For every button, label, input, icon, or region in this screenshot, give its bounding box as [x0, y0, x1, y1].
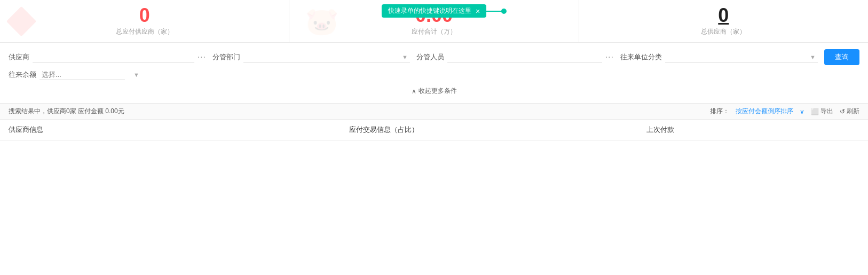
dept-input[interactable]	[243, 52, 402, 62]
stat-payable-total: 🐷 0.00 应付合计（万） 快速录单的快捷键说明在这里 ×	[289, 0, 579, 42]
table-header: 供应商信息 应付交易信息（占比） 上次付款	[0, 120, 868, 140]
balance-input[interactable]	[40, 69, 133, 80]
balance-select-wrapper: ▼	[40, 69, 125, 80]
filter-person: 分管人员 ···	[416, 52, 614, 62]
stat-ap-suppliers-label: 总应付供应商（家）	[116, 27, 173, 36]
diamond-bg-icon	[6, 6, 37, 36]
tooltip-close-button[interactable]: ×	[476, 7, 480, 15]
export-icon: ⬜	[811, 108, 819, 115]
refresh-button[interactable]: ↺ 刷新	[840, 107, 859, 116]
person-label: 分管人员	[416, 52, 444, 62]
results-actions: 排序： 按应付会额倒序排序 ∨ ⬜ 导出 ↺ 刷新	[710, 107, 859, 116]
refresh-icon: ↺	[840, 108, 845, 115]
query-button[interactable]: 查询	[824, 49, 859, 65]
refresh-label: 刷新	[847, 107, 859, 116]
unit-class-select-wrapper: ▼	[665, 52, 818, 62]
sort-arrow-icon[interactable]: ∨	[800, 108, 804, 115]
sort-label: 排序：	[710, 107, 729, 116]
filter-unit-class: 往来单位分类 ▼	[620, 52, 818, 62]
stat-total-suppliers: 0 总供应商（家）	[579, 0, 868, 42]
unit-class-input[interactable]	[665, 52, 810, 62]
pig-bg-icon: 🐷	[305, 6, 338, 37]
sort-value[interactable]: 按应付会额倒序排序	[736, 107, 793, 116]
results-summary: 搜索结果中，供应商0家 应付金额 0.00元	[9, 107, 124, 116]
supplier-label: 供应商	[9, 52, 29, 62]
table-body	[0, 140, 868, 275]
col-payable-header: 应付交易信息（占比）	[349, 125, 647, 135]
unit-class-arrow-icon[interactable]: ▼	[810, 54, 818, 60]
tooltip-text: 快速录单的快捷键说明在这里	[388, 6, 471, 15]
filter-area: 供应商 ··· 分管部门 ▼ 分管人员 ··· 往来单位分类 ▼	[0, 43, 868, 104]
results-amount: 应付金额 0.00元	[78, 107, 124, 115]
balance-label: 往来余额	[9, 70, 36, 80]
stat-total-suppliers-label: 总供应商（家）	[701, 27, 746, 36]
tooltip-indicator	[501, 9, 507, 14]
collapse-button[interactable]: ∧ 收起更多条件	[9, 84, 859, 99]
filter-balance: 往来余额 ▼	[9, 69, 859, 80]
col-supplier-header: 供应商信息	[9, 125, 349, 135]
dept-arrow-icon[interactable]: ▼	[402, 54, 410, 60]
stat-payable-label: 应付合计（万）	[412, 27, 456, 36]
shortcut-tooltip: 快速录单的快捷键说明在这里 ×	[382, 4, 486, 18]
filter-row-2: 往来余额 ▼	[9, 69, 859, 80]
stats-bar: 0 总应付供应商（家） 🐷 0.00 应付合计（万） 快速录单的快捷键说明在这里…	[0, 0, 868, 43]
stat-total-ap-suppliers: 0 总应付供应商（家）	[0, 0, 289, 42]
dept-select-wrapper: ▼	[243, 52, 410, 62]
collapse-up-icon: ∧	[412, 88, 416, 95]
person-input[interactable]	[447, 52, 602, 62]
supplier-input[interactable]	[33, 52, 194, 62]
person-more-button[interactable]: ···	[605, 52, 614, 62]
supplier-more-button[interactable]: ···	[198, 52, 206, 62]
filter-row-1: 供应商 ··· 分管部门 ▼ 分管人员 ··· 往来单位分类 ▼	[9, 49, 859, 65]
export-label: 导出	[820, 107, 833, 116]
export-button[interactable]: ⬜ 导出	[811, 107, 833, 116]
stat-ap-suppliers-number: 0	[139, 6, 150, 25]
filter-supplier: 供应商 ···	[9, 52, 206, 62]
stat-total-suppliers-number: 0	[718, 6, 729, 25]
results-bar: 搜索结果中，供应商0家 应付金额 0.00元 排序： 按应付会额倒序排序 ∨ ⬜…	[0, 104, 868, 120]
filter-dept: 分管部门 ▼	[212, 52, 410, 62]
unit-class-label: 往来单位分类	[620, 52, 662, 62]
dept-label: 分管部门	[212, 52, 240, 62]
col-lastpay-header: 上次付款	[646, 125, 859, 135]
results-text: 搜索结果中，供应商0家	[9, 107, 76, 115]
collapse-label: 收起更多条件	[419, 87, 457, 96]
balance-arrow-icon[interactable]: ▼	[133, 72, 141, 78]
